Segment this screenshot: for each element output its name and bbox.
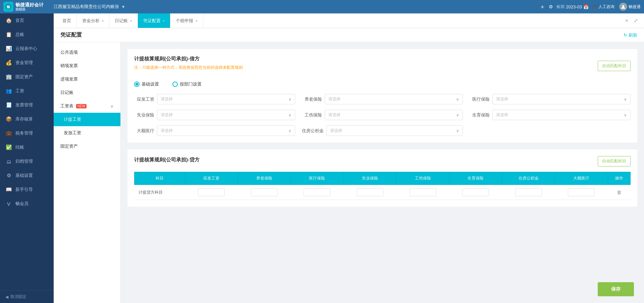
workinjury-label: 工伤保险 xyxy=(302,112,322,118)
sidebar-item-reports[interactable]: 📊 云报表中心 xyxy=(0,42,54,56)
period-value: 2023-03 xyxy=(566,4,582,9)
input-gross[interactable] xyxy=(198,188,225,196)
main-layout: 🏠 首页 📋 总账 📊 云报表中心 💰 资金管理 🏢 固定资产 👥 工资 🧾 发… xyxy=(0,13,644,303)
input-maternity[interactable] xyxy=(462,188,489,196)
refresh-button[interactable]: ↻ 刷新 xyxy=(624,32,637,38)
radio-basic-label: 基础设置 xyxy=(142,81,159,87)
sidebar-item-ledger[interactable]: 📋 总账 xyxy=(0,28,54,42)
input-medical[interactable] xyxy=(304,188,330,196)
period-selector[interactable]: 账期 2023-03 📅 xyxy=(556,4,589,10)
fixed-assets-icon: 🏢 xyxy=(5,74,12,80)
close-voucher-tab[interactable]: × xyxy=(163,19,165,23)
logo-text: 畅捷通好会计 旗舰版 xyxy=(15,2,44,12)
tab-journal[interactable]: 日记账 × xyxy=(109,13,138,28)
delete-row-icon[interactable]: 🗑 xyxy=(617,190,622,195)
sidebar-item-settings[interactable]: ⚙ 基础设置 xyxy=(0,168,54,183)
tab-tax[interactable]: 个税申报 × xyxy=(170,13,203,28)
new-badge: NEW xyxy=(76,104,87,108)
left-nav-salary-table[interactable]: 工资表 NEW ∨ xyxy=(54,99,120,113)
input-pension[interactable] xyxy=(251,188,278,196)
close-tax-tab[interactable]: × xyxy=(195,19,197,23)
sidebar-item-invoice[interactable]: 🧾 发票管理 xyxy=(0,98,54,112)
debit-section-header: 计提核算规则(公司承担)-借方 注：只能选择一种方式，系统将按照您当前的选择来配… xyxy=(134,56,631,76)
housing-fund-select[interactable]: 请选择 ∨ xyxy=(326,125,463,136)
workinjury-select[interactable]: 请选择 ∨ xyxy=(325,110,463,120)
capital-icon: 💰 xyxy=(5,60,12,66)
sidebar-item-inventory[interactable]: 📦 库存核算 xyxy=(0,112,54,126)
gross-salary-select[interactable]: 请选择 ∨ xyxy=(157,94,295,104)
chevron-down-icon: ∨ xyxy=(288,129,291,133)
input-large-medical[interactable] xyxy=(568,188,595,196)
gear-icon[interactable]: ⚙ xyxy=(549,4,553,9)
close-journal-tab[interactable]: × xyxy=(130,19,132,23)
input-unemployment[interactable] xyxy=(357,188,383,196)
medical-select[interactable]: 请选择 ∨ xyxy=(492,94,631,104)
maternity-select[interactable]: 请选择 ∨ xyxy=(492,110,631,120)
sidebar-item-salary[interactable]: 👥 工资 xyxy=(0,84,54,98)
col-medical: 医疗保险 xyxy=(291,172,344,185)
tab-capital[interactable]: 资金分析 × xyxy=(77,13,109,28)
app-logo: 畅 畅捷通好会计 旗舰版 xyxy=(3,2,50,12)
radio-dept[interactable]: 按部门设置 xyxy=(172,81,202,87)
left-nav-public[interactable]: 公共选项 xyxy=(54,46,120,59)
save-button[interactable]: 保存 xyxy=(598,282,634,296)
credit-table: 科目 应发工资 养老保险 医疗保险 失业保险 工伤保险 生育保险 住房公积金 大… xyxy=(134,172,631,200)
sidebar-item-home[interactable]: 🏠 首页 xyxy=(0,13,54,28)
tab-voucher[interactable]: 凭证配置 × xyxy=(138,13,170,28)
window-expand-button[interactable]: ⤢ xyxy=(631,16,641,25)
topbar: 畅 畅捷通好会计 旗舰版 江西服宝精品有限责任公司内账张 ▼ ＋ ⚙ 账期 20… xyxy=(0,0,644,13)
input-housing[interactable] xyxy=(515,188,542,196)
left-nav-journal[interactable]: 日记账 xyxy=(54,86,120,99)
cell-gross xyxy=(185,185,238,200)
service-button[interactable]: 🎧 人工咨询 xyxy=(592,4,614,10)
debit-section: 计提核算规则(公司承担)-借方 注：只能选择一种方式，系统将按照您当前的选择来配… xyxy=(127,49,637,143)
sidebar-item-vip[interactable]: V 畅会员 xyxy=(0,197,54,211)
arrow-left-icon: ◀ xyxy=(5,295,8,299)
sidebar-item-tax[interactable]: 💼 税务管理 xyxy=(0,126,54,140)
table-header-row: 科目 应发工资 养老保险 医疗保险 失业保险 工伤保险 生育保险 住房公积金 大… xyxy=(135,172,631,185)
col-gross: 应发工资 xyxy=(185,172,238,185)
sidebar-item-archive[interactable]: 🗂 归档管理 xyxy=(0,154,54,168)
cancel-pin-button[interactable]: ◀ 取消固定 xyxy=(0,290,54,303)
window-close-button[interactable]: × xyxy=(623,16,631,25)
left-nav-fixed-assets[interactable]: 固定资产 xyxy=(54,140,120,153)
maternity-label: 生育保险 xyxy=(470,112,490,118)
input-workinjury[interactable] xyxy=(410,188,436,196)
chevron-down-icon: ∨ xyxy=(110,104,114,109)
archive-icon: 🗂 xyxy=(5,159,12,164)
large-medical-select[interactable]: 请选择 ∨ xyxy=(157,125,295,136)
col-workinjury: 工伤保险 xyxy=(396,172,449,185)
credit-section-title: 计提核算规则(公司承担)-贷方 xyxy=(134,157,200,163)
cell-unemployment xyxy=(343,185,396,200)
unemployment-label: 失业保险 xyxy=(134,112,154,118)
sidebar-item-fixed-assets[interactable]: 🏢 固定资产 xyxy=(0,70,54,84)
radio-basic[interactable]: 基础设置 xyxy=(134,81,159,87)
calendar-icon[interactable]: 📅 xyxy=(583,4,589,9)
company-selector[interactable]: 江西服宝精品有限责任公司内账张 ▼ xyxy=(54,4,536,10)
sidebar: 🏠 首页 📋 总账 📊 云报表中心 💰 资金管理 🏢 固定资产 👥 工资 🧾 发… xyxy=(0,13,54,303)
pension-select[interactable]: 请选择 ∨ xyxy=(325,94,463,104)
col-large-medical: 大额医疗 xyxy=(555,172,608,185)
credit-auto-match-button[interactable]: 自动匹配科目 xyxy=(598,156,631,166)
sidebar-item-checkout[interactable]: ✅ 结账 xyxy=(0,140,54,154)
close-capital-tab[interactable]: × xyxy=(102,19,104,23)
chevron-down-icon[interactable]: ▼ xyxy=(121,4,125,9)
left-nav-payout[interactable]: 发放工资 xyxy=(54,126,120,140)
sidebar-item-guide[interactable]: 📖 新手引导 xyxy=(0,183,54,197)
sidebar-item-capital[interactable]: 💰 资金管理 xyxy=(0,56,54,70)
left-nav-purchase[interactable]: 进项发票 xyxy=(54,72,120,86)
debit-auto-match-button[interactable]: 自动匹配科目 xyxy=(598,61,631,71)
left-nav-accrual[interactable]: 计提工资 xyxy=(54,113,120,126)
cell-delete: 🗑 xyxy=(608,185,630,200)
tab-home[interactable]: 首页 xyxy=(57,13,77,28)
radio-basic-circle xyxy=(134,82,140,87)
unemployment-select[interactable]: 请选择 ∨ xyxy=(157,110,295,120)
chevron-down-icon: ∨ xyxy=(456,129,459,133)
user-menu[interactable]: 畅捷通 xyxy=(619,3,641,11)
inventory-icon: 📦 xyxy=(5,116,12,122)
page-title: 凭证配置 xyxy=(60,32,82,39)
add-icon[interactable]: ＋ xyxy=(539,3,545,11)
checkout-icon: ✅ xyxy=(5,144,12,150)
left-nav-sales[interactable]: 销项发票 xyxy=(54,59,120,72)
page-title-bar: 凭证配置 ↻ 刷新 xyxy=(54,28,644,42)
